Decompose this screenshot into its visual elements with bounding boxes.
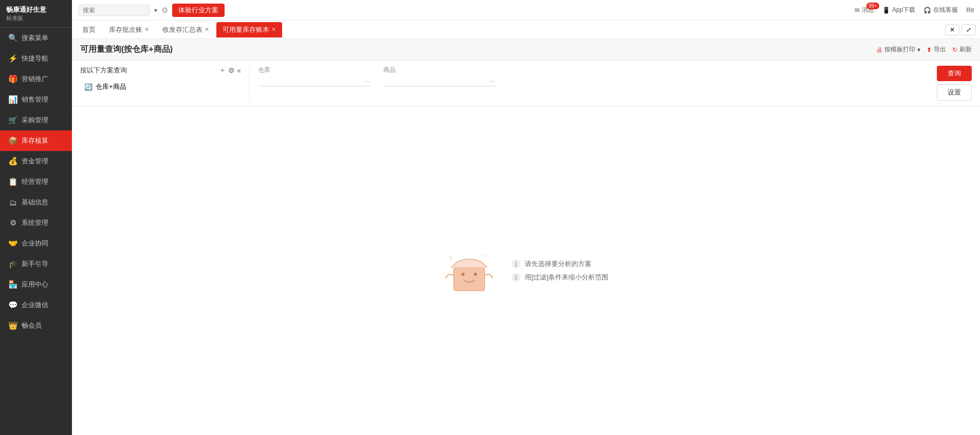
- search-icon: 🔍: [8, 33, 17, 43]
- print-dropdown-icon[interactable]: ▾: [917, 46, 920, 53]
- svg-point-1: [461, 273, 465, 276]
- industry-btn[interactable]: 体验行业方案: [172, 4, 225, 17]
- hint-num-2: 2: [511, 273, 521, 282]
- tab-batch[interactable]: 库存批次账✕: [103, 22, 155, 37]
- tab-close-summary[interactable]: ✕: [205, 26, 209, 33]
- goods-field: 商品 ···: [383, 66, 496, 86]
- app-download-btn[interactable]: 📱 App下载: [882, 6, 915, 14]
- scheme-warehouse-goods[interactable]: 🔄 仓库+商品: [80, 79, 241, 94]
- sidebar-label-inventory: 库存核算: [22, 136, 48, 145]
- tab-summary[interactable]: 收发存汇总表✕: [156, 22, 215, 37]
- close-tab-btn[interactable]: ✕: [945, 24, 959, 35]
- sidebar-label-shortcut: 快捷导航: [22, 54, 48, 63]
- svg-point-2: [474, 273, 477, 276]
- sidebar-item-operation[interactable]: 📋 经营管理: [0, 172, 72, 192]
- topbar-gear-icon[interactable]: ⚙: [161, 6, 168, 15]
- warehouse-label: 仓库: [258, 66, 371, 74]
- sales-icon: 📊: [8, 95, 17, 104]
- logo-sub: 标准版: [6, 14, 66, 22]
- sidebar-item-wechat[interactable]: 💬 企业微信: [0, 295, 72, 315]
- sidebar-item-sales[interactable]: 📊 销售管理: [0, 89, 72, 110]
- warehouse-dots[interactable]: ···: [364, 78, 369, 85]
- sidebar-item-shortcut[interactable]: ⚡ 快捷导航: [0, 48, 72, 69]
- hint-text-2: 用[过滤]条件来缩小分析范围: [525, 273, 608, 282]
- tab-home[interactable]: 首页: [76, 22, 102, 37]
- sidebar-item-inventory[interactable]: 📦 库存核算: [0, 130, 72, 151]
- sidebar-item-purchase[interactable]: 🛒 采购管理: [0, 110, 72, 130]
- sidebar-label-wechat: 企业微信: [22, 300, 48, 310]
- sidebar-label-basic: 基础信息: [22, 198, 48, 207]
- svg-text:?: ?: [449, 255, 452, 262]
- page-title: 可用量查询(按仓库+商品): [80, 44, 173, 55]
- goods-input[interactable]: ···: [383, 77, 496, 86]
- sidebar-logo: 畅康通好生意 标准版: [0, 0, 72, 28]
- service-label: 在线客服: [933, 6, 958, 14]
- sidebar-item-search[interactable]: 🔍 搜索菜单: [0, 28, 72, 48]
- topbar-dropdown-icon[interactable]: ▾: [154, 7, 157, 14]
- sidebar-item-member[interactable]: 👑 畅会员: [0, 315, 72, 336]
- service-icon: 🎧: [923, 7, 931, 14]
- export-btn[interactable]: ⬆ 导出: [927, 45, 946, 54]
- sidebar-label-operation: 经营管理: [22, 177, 48, 186]
- filter-scheme-btns: ＋ ⚙ «: [219, 66, 241, 75]
- empty-hint-2: 2 用[过滤]条件来缩小分析范围: [511, 273, 608, 282]
- empty-hints: 1 请先选择要分析的方案 2 用[过滤]条件来缩小分析范围: [511, 259, 608, 282]
- collapse-scheme-btn[interactable]: «: [237, 66, 241, 75]
- appstore-icon: 🏪: [8, 280, 17, 289]
- settings-btn[interactable]: 设置: [937, 84, 972, 101]
- search-input[interactable]: [78, 5, 150, 16]
- user-name: Rit: [966, 7, 974, 14]
- add-scheme-btn[interactable]: ＋: [219, 66, 226, 75]
- sidebar-item-basic[interactable]: 🗂 基础信息: [0, 192, 72, 213]
- settings-scheme-btn[interactable]: ⚙: [228, 66, 235, 75]
- empty-state: ? ? 1 请先选择要分析的方案 2 用[过滤]条件来缩小分析范围: [72, 106, 980, 435]
- empty-illustration: ? ?: [443, 244, 495, 297]
- member-icon: 👑: [8, 321, 17, 330]
- sidebar-item-marketing[interactable]: 🎁 营销推广: [0, 69, 72, 89]
- inventory-icon: 📦: [8, 136, 17, 145]
- query-btn[interactable]: 查询: [937, 66, 972, 81]
- expand-tab-btn[interactable]: ⤢: [961, 24, 976, 35]
- warehouse-input[interactable]: ···: [258, 77, 371, 86]
- print-label: 按模板打印: [884, 45, 915, 54]
- sidebar-item-enterprise[interactable]: 🤝 企业协同: [0, 233, 72, 254]
- tab-close-available[interactable]: ✕: [271, 26, 276, 33]
- warehouse-field: 仓库 ···: [258, 66, 371, 86]
- refresh-label: 刷新: [959, 45, 972, 54]
- topbar-right: ✉ 消息 99+ 📱 App下载 🎧 在线客服 Rit: [855, 6, 974, 14]
- sidebar-label-enterprise: 企业协同: [22, 239, 48, 248]
- shortcut-icon: ⚡: [8, 54, 17, 63]
- sidebar-item-newbie[interactable]: 🎓 新手引导: [0, 254, 72, 274]
- scheme-icon: 🔄: [84, 83, 93, 91]
- sidebar-item-appstore[interactable]: 🏪 应用中心: [0, 274, 72, 295]
- sidebar-item-system[interactable]: ⚙ 系统管理: [0, 213, 72, 233]
- tab-close-batch[interactable]: ✕: [144, 26, 149, 33]
- refresh-btn[interactable]: ↻ 刷新: [952, 45, 972, 54]
- enterprise-icon: 🤝: [8, 239, 17, 248]
- goods-dots[interactable]: ···: [489, 78, 494, 85]
- tabbar: 首页库存批次账✕收发存汇总表✕可用量库存账本✕ ✕ ⤢: [72, 21, 980, 39]
- sidebar-item-finance[interactable]: 💰 资金管理: [0, 151, 72, 172]
- empty-hint-1: 1 请先选择要分析的方案: [511, 259, 608, 269]
- print-icon: 🖨: [876, 46, 882, 53]
- hint-text-1: 请先选择要分析的方案: [525, 259, 591, 269]
- scheme-label: 仓库+商品: [96, 82, 126, 91]
- operation-icon: 📋: [8, 177, 17, 186]
- tab-available[interactable]: 可用量库存账本✕: [216, 22, 282, 37]
- export-icon: ⬆: [927, 46, 932, 53]
- app-icon: 📱: [882, 7, 890, 14]
- refresh-icon: ↻: [952, 46, 957, 53]
- user-menu[interactable]: Rit: [966, 7, 974, 14]
- app-label: App下载: [892, 6, 915, 14]
- filter-scheme-label: 按以下方案查询: [80, 66, 127, 75]
- basic-icon: 🗂: [8, 198, 17, 207]
- query-buttons: 查询 设置: [937, 66, 972, 101]
- sidebar-label-system: 系统管理: [22, 218, 48, 228]
- service-btn[interactable]: 🎧 在线客服: [923, 6, 958, 14]
- message-icon: ✉: [855, 7, 860, 14]
- message-btn[interactable]: ✉ 消息 99+: [855, 6, 874, 14]
- topbar: ▾ ⚙ 体验行业方案 ✉ 消息 99+ 📱 App下载 🎧 在线客服 Rit: [72, 0, 980, 21]
- print-btn[interactable]: 🖨 按模板打印 ▾: [876, 45, 920, 54]
- filter-area: 按以下方案查询 ＋ ⚙ « 🔄 仓库+商品 仓库: [72, 61, 980, 106]
- export-label: 导出: [934, 45, 946, 54]
